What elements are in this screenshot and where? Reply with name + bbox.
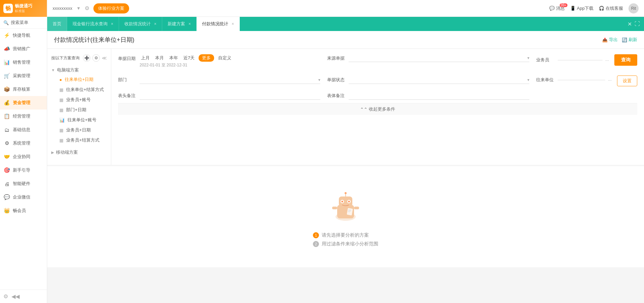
export-btn[interactable]: 📤 导出 bbox=[602, 37, 618, 43]
trial-btn[interactable]: 体验行业方案 bbox=[93, 3, 129, 13]
dept-filter-label: 部门 bbox=[118, 77, 137, 83]
tab-actions: ✕ ⛶ bbox=[623, 17, 644, 31]
scheme-group-desktop: ▼ 电脑端方案 ● 往来单位+日期 ▦ 往来单位+结算方式 ▦ bbox=[51, 66, 107, 145]
tab-label: 现金银行流水查询 bbox=[72, 21, 108, 27]
docstatus-select[interactable]: ▾ bbox=[349, 76, 529, 84]
online-service-btn[interactable]: 🎧 在线客服 bbox=[599, 5, 623, 11]
tab-label: 新建方案 bbox=[168, 21, 185, 27]
tip-text-2: 用过滤条件来缩小分析范围 bbox=[322, 241, 378, 247]
scheme-item-label: 业务员+账号 bbox=[66, 97, 91, 103]
scheme-item-dept-date[interactable]: ▦ 部门+日期 bbox=[51, 105, 107, 115]
topbar-settings-icon[interactable]: ⚙ bbox=[85, 5, 89, 11]
sidebar-item-sales[interactable]: 📊 销售管理 bbox=[0, 56, 47, 69]
scheme-add-btn[interactable]: ➕ bbox=[83, 54, 90, 62]
page-content: 付款情况统计(往来单位+日期) 📤 导出 🔄 刷新 bbox=[47, 31, 644, 303]
scheme-header-actions: ➕ ⚙ ≪ bbox=[83, 54, 107, 62]
sidebar-item-label: 资金管理 bbox=[13, 100, 30, 106]
filter-row-1: 单据日期 上月 本月 本年 近7天 更多 自定义 20 bbox=[118, 54, 637, 68]
refresh-btn[interactable]: 🔄 刷新 bbox=[622, 37, 637, 43]
page-title: 付款情况统计(往来单位+日期) bbox=[54, 36, 135, 44]
app-download-btn[interactable]: 📱 App下载 bbox=[570, 5, 593, 11]
scheme-group-mobile-header[interactable]: ▶ 移动端方案 bbox=[51, 148, 107, 157]
messages-btn[interactable]: 💬 消息 99+ bbox=[549, 5, 565, 11]
svg-point-10 bbox=[345, 192, 347, 194]
refresh-icon: 🔄 bbox=[622, 37, 627, 42]
tab-close-icon[interactable]: × bbox=[154, 22, 156, 26]
employee-more-btn[interactable]: ··· bbox=[605, 58, 609, 63]
tab-close-all-btn[interactable]: ✕ bbox=[627, 21, 632, 27]
sidebar-item-purchase[interactable]: 🛒 采购管理 bbox=[0, 69, 47, 83]
company-name[interactable]: xxxxxxxxx bbox=[53, 6, 72, 11]
header-note-input[interactable] bbox=[140, 92, 320, 100]
scheme-item-employee-settle[interactable]: ▦ 业务员+结算方式 bbox=[51, 135, 107, 145]
date-shortcut-thisyear[interactable]: 本年 bbox=[168, 54, 179, 62]
tab-payment[interactable]: 付款情况统计 × bbox=[197, 17, 240, 31]
tab-bank[interactable]: 现金银行流水查询 × bbox=[67, 17, 119, 31]
sidebar-item-label: 企业协同 bbox=[13, 154, 30, 160]
user-avatar[interactable]: Rit bbox=[628, 3, 639, 13]
export-label: 导出 bbox=[609, 37, 618, 43]
sidebar-item-member[interactable]: 👑 畅会员 bbox=[0, 204, 47, 217]
scheme-group-mobile-label: 移动端方案 bbox=[56, 149, 78, 155]
collapse-filter-btn[interactable]: ⌃⌃ 收起更多条件 bbox=[118, 103, 637, 115]
scheme-item-label: 往来单位+结算方式 bbox=[66, 87, 104, 93]
sidebar-item-hardware[interactable]: 🖨 智能硬件 bbox=[0, 177, 47, 190]
tab-close-icon[interactable]: × bbox=[111, 22, 113, 26]
date-shortcut-custom[interactable]: 自定义 bbox=[217, 54, 233, 62]
sidebar-item-basic[interactable]: 🗂 基础信息 bbox=[0, 123, 47, 137]
main-body: 按以下方案查询 ➕ ⚙ ≪ ▼ 电脑端方案 bbox=[47, 49, 644, 165]
scheme-item-employee-account[interactable]: ▦ 业务员+账号 bbox=[51, 95, 107, 105]
sidebar-settings-btn[interactable]: ⚙ bbox=[3, 293, 8, 300]
tab-maximize-btn[interactable]: ⛶ bbox=[635, 21, 640, 27]
search-icon: 🔍 bbox=[3, 20, 9, 25]
unit-more-btn[interactable]: ··· bbox=[608, 78, 612, 83]
query-btn[interactable]: 查询 bbox=[614, 54, 637, 66]
tabbar: 首页 现金银行流水查询 × 收款情况统计 × 新建方案 × 付款情况统计 × ✕… bbox=[47, 17, 644, 31]
scheme-settings-btn[interactable]: ⚙ bbox=[92, 54, 100, 62]
sidebar-search[interactable]: 🔍 搜索菜单 bbox=[0, 17, 47, 29]
scheme-item-unit-date[interactable]: ● 往来单位+日期 bbox=[51, 74, 107, 85]
settings-btn[interactable]: 设置 bbox=[617, 75, 637, 86]
empty-tips: 1 请先选择要分析的方案 2 用过滤条件来缩小分析范围 bbox=[313, 232, 378, 247]
scheme-item-employee-date[interactable]: ▦ 业务员+日期 bbox=[51, 125, 107, 135]
date-shortcut-7days[interactable]: 近7天 bbox=[182, 54, 196, 62]
sidebar-item-marketing[interactable]: 📣 营销推广 bbox=[0, 42, 47, 56]
sidebar-item-operation[interactable]: 📋 经营管理 bbox=[0, 110, 47, 123]
sidebar-item-inventory[interactable]: 📦 库存核算 bbox=[0, 83, 47, 96]
tab-close-icon[interactable]: × bbox=[188, 22, 191, 26]
date-shortcut-lastmonth[interactable]: 上月 bbox=[140, 54, 151, 62]
unit-filter-label: 往来单位 bbox=[536, 77, 555, 83]
body-note-input[interactable] bbox=[349, 92, 529, 100]
sidebar-item-guide[interactable]: 🎯 新手引导 bbox=[0, 163, 47, 177]
scheme-collapse-btn[interactable]: ≪ bbox=[102, 55, 107, 61]
coop-icon: 🤝 bbox=[3, 153, 10, 160]
sidebar-item-finance[interactable]: 💰 资金管理 bbox=[0, 96, 47, 110]
tab-home[interactable]: 首页 bbox=[47, 17, 67, 31]
sidebar-item-system[interactable]: ⚙ 系统管理 bbox=[0, 137, 47, 150]
scheme-group-mobile: ▶ 移动端方案 bbox=[51, 148, 107, 157]
dept-select[interactable]: ▾ bbox=[140, 76, 320, 84]
date-shortcut-thismonth[interactable]: 本月 bbox=[154, 54, 165, 62]
tab-receivable[interactable]: 收款情况统计 × bbox=[119, 17, 162, 31]
tab-new-scheme[interactable]: 新建方案 × bbox=[162, 17, 197, 31]
body-note-label: 表体备注 bbox=[327, 93, 346, 99]
shortcut-icon: ⚡ bbox=[3, 32, 10, 39]
scheme-icon: ▦ bbox=[59, 108, 63, 113]
sidebar-item-coop[interactable]: 🤝 企业协同 bbox=[0, 150, 47, 163]
header-note-field: 表头备注 bbox=[118, 92, 320, 100]
tab-close-icon[interactable]: × bbox=[232, 22, 234, 26]
sidebar-item-wechat[interactable]: 💬 企业微信 bbox=[0, 190, 47, 204]
tab-label: 付款情况统计 bbox=[202, 21, 228, 27]
scheme-item-unit-account[interactable]: 📊 往来单位+账号 bbox=[51, 115, 107, 125]
sidebar-item-shortcut[interactable]: ⚡ 快捷导航 bbox=[0, 29, 47, 42]
sidebar-collapse-btn[interactable]: ◀◀ bbox=[11, 293, 20, 300]
company-dropdown-icon[interactable]: ▼ bbox=[77, 6, 81, 11]
scheme-panel: 按以下方案查询 ➕ ⚙ ≪ ▼ 电脑端方案 bbox=[47, 49, 111, 165]
topbar-left: xxxxxxxxx ▼ ⚙ 体验行业方案 bbox=[53, 3, 129, 13]
scheme-item-unit-settle[interactable]: ▦ 往来单位+结算方式 bbox=[51, 85, 107, 95]
source-select[interactable]: ▾ bbox=[349, 54, 529, 62]
date-shortcut-more[interactable]: 更多 bbox=[199, 54, 214, 62]
tip-text-1: 请先选择要分析的方案 bbox=[322, 232, 369, 238]
scheme-group-desktop-header[interactable]: ▼ 电脑端方案 bbox=[51, 66, 107, 74]
tab-label: 收款情况统计 bbox=[124, 21, 151, 27]
